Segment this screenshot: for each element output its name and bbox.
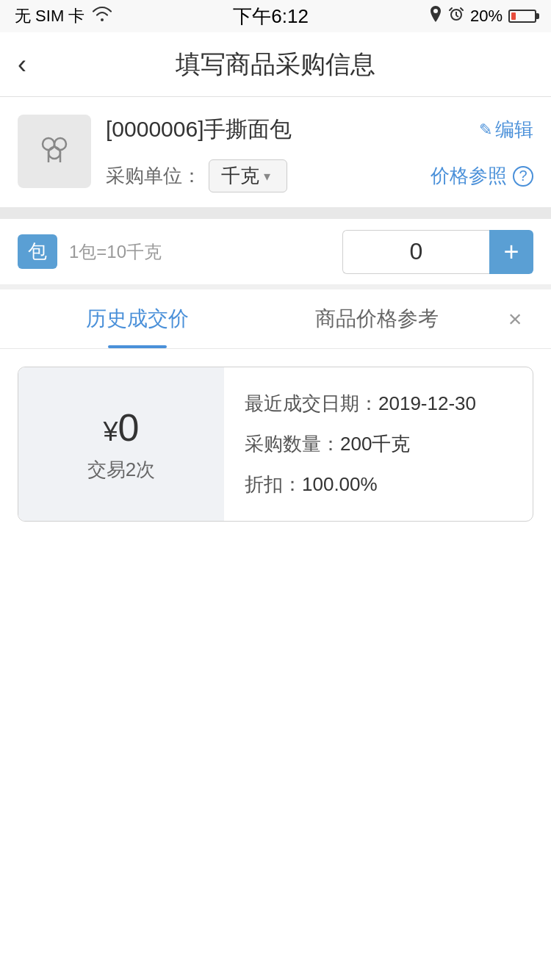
wifi-icon [92,6,112,26]
product-thumbnail [18,115,91,188]
page-title: 填写商品采购信息 [176,48,375,82]
product-full-name: [0000006]手撕面包 [106,115,292,145]
edit-icon: ✎ [479,120,492,140]
unit-group: 采购单位： 千克 ▾ [106,159,287,192]
history-card: ¥0 交易2次 最近成交日期：2019-12-30 采购数量：200千克 折扣：… [18,367,533,522]
edit-button[interactable]: ✎ 编辑 [479,117,533,143]
back-button[interactable]: ‹ [18,49,26,80]
discount-label: 折扣： [245,473,302,495]
recent-date-label: 最近成交日期： [245,392,378,414]
location-icon [429,6,442,26]
nav-bar: ‹ 填写商品采购信息 [0,32,551,97]
footer-whitespace [0,539,551,980]
quantity-input-group: 0 + [342,230,533,274]
svg-line-2 [456,15,458,17]
quantity-input[interactable]: 0 [342,230,489,274]
status-right: 20% [429,6,536,26]
info-icon: ? [513,166,533,187]
tab-section: 历史成交价 商品价格参考 × [0,289,551,349]
card-details: 最近成交日期：2019-12-30 采购数量：200千克 折扣：100.00% [224,367,533,521]
unit-label: 采购单位： [106,163,201,189]
quantity-conversion: 1包=10千克 [69,240,162,264]
quantity-label-group: 包 1包=10千克 [18,234,162,269]
battery-icon [508,10,536,23]
recent-date-value: 2019-12-30 [378,392,476,414]
recent-date-row: 最近成交日期：2019-12-30 [245,389,512,418]
quantity-unit-badge: 包 [18,234,57,269]
tab-close-button[interactable]: × [497,300,533,337]
quantity-label: 采购数量： [245,433,340,455]
battery-percentage: 20% [470,7,503,26]
quantity-value: 200千克 [340,433,410,455]
tab-history-price[interactable]: 历史成交价 [18,289,257,348]
edit-label: 编辑 [495,117,533,143]
trade-count: 交易2次 [87,457,155,483]
unit-select-dropdown[interactable]: 千克 ▾ [209,159,287,192]
tab-product-price-ref[interactable]: 商品价格参考 [257,289,497,348]
sim-text: 无 SIM 卡 [15,5,84,27]
product-section: [0000006]手撕面包 ✎ 编辑 采购单位： 千克 ▾ 价格参照 ? [0,97,551,207]
tab-bar: 历史成交价 商品价格参考 × [0,289,551,348]
product-name-row: [0000006]手撕面包 ✎ 编辑 [106,115,533,145]
quantity-plus-button[interactable]: + [489,230,533,274]
product-info: [0000006]手撕面包 ✎ 编辑 采购单位： 千克 ▾ 价格参照 ? [106,115,533,192]
card-price-summary: ¥0 交易2次 [18,367,224,521]
unit-value: 千克 [221,163,259,189]
price-number: 0 [118,406,140,449]
purchase-quantity-row: 采购数量：200千克 [245,430,512,458]
discount-value: 100.00% [302,473,378,495]
chevron-down-icon: ▾ [264,168,270,184]
price-reference-button[interactable]: 价格参照 ? [431,163,533,189]
section-divider [0,207,551,219]
status-time: 下午6:12 [233,4,309,29]
discount-row: 折扣：100.00% [245,470,512,499]
alarm-icon [448,6,464,26]
product-unit-row: 采购单位： 千克 ▾ 价格参照 ? [106,159,533,192]
card-price-value: ¥0 [104,406,140,450]
status-bar: 无 SIM 卡 下午6:12 20% [0,0,551,32]
yuan-symbol: ¥ [104,417,118,447]
quantity-section: 包 1包=10千克 0 + [0,219,551,285]
svg-point-5 [48,147,60,159]
card-container: ¥0 交易2次 最近成交日期：2019-12-30 采购数量：200千克 折扣：… [0,349,551,539]
price-ref-label: 价格参照 [431,163,507,189]
status-left: 无 SIM 卡 [15,5,112,27]
